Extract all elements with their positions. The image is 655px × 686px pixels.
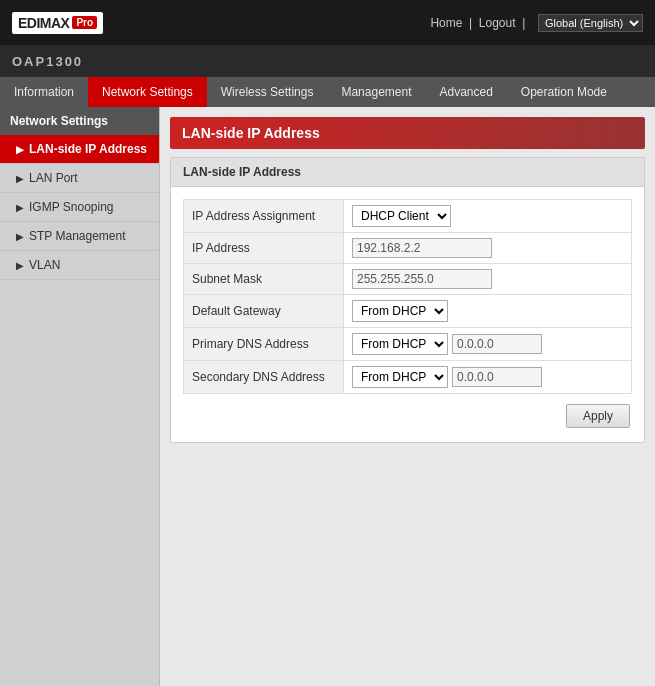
sidebar-item-label: IGMP Snooping <box>29 200 114 214</box>
field-label-primary-dns: Primary DNS Address <box>184 328 344 361</box>
nav-item-management[interactable]: Management <box>327 77 425 107</box>
arrow-icon: ▶ <box>16 260 24 271</box>
page-title: LAN-side IP Address <box>170 117 645 149</box>
field-label-secondary-dns: Secondary DNS Address <box>184 361 344 394</box>
field-value-secondary-dns: From DHCP Manual <box>344 361 632 394</box>
home-link[interactable]: Home <box>430 16 462 30</box>
logo-pro: Pro <box>72 16 97 29</box>
lan-side-ip-card: LAN-side IP Address IP Address Assignmen… <box>170 157 645 443</box>
device-model: OAP1300 <box>12 54 83 69</box>
ip-address-input[interactable] <box>352 238 492 258</box>
table-row: IP Address Assignment DHCP Client Static… <box>184 200 632 233</box>
primary-dns-pair: From DHCP Manual <box>352 333 623 355</box>
language-select[interactable]: Global (English) Chinese German French <box>538 14 643 32</box>
header: EDIMAX Pro Home | Logout | Global (Engli… <box>0 0 655 45</box>
arrow-icon: ▶ <box>16 202 24 213</box>
default-gateway-select[interactable]: From DHCP Manual <box>352 300 448 322</box>
table-row: Default Gateway From DHCP Manual <box>184 295 632 328</box>
sidebar-item-label: LAN-side IP Address <box>29 142 147 156</box>
logo-area: EDIMAX Pro <box>12 12 103 34</box>
table-row: IP Address <box>184 233 632 264</box>
subnet-mask-input[interactable] <box>352 269 492 289</box>
card-header: LAN-side IP Address <box>171 158 644 187</box>
sidebar-item-igmp-snooping[interactable]: ▶ IGMP Snooping <box>0 193 159 222</box>
sidebar-item-stp-management[interactable]: ▶ STP Management <box>0 222 159 251</box>
field-value-ip-address <box>344 233 632 264</box>
field-label-default-gateway: Default Gateway <box>184 295 344 328</box>
table-row: Subnet Mask <box>184 264 632 295</box>
nav-item-information[interactable]: Information <box>0 77 88 107</box>
sidebar-item-lan-port[interactable]: ▶ LAN Port <box>0 164 159 193</box>
form-table: IP Address Assignment DHCP Client Static… <box>183 199 632 394</box>
field-value-subnet-mask <box>344 264 632 295</box>
apply-button[interactable]: Apply <box>566 404 630 428</box>
table-row: Primary DNS Address From DHCP Manual <box>184 328 632 361</box>
device-bar: OAP1300 <box>0 45 655 77</box>
header-links: Home | Logout | Global (English) Chinese… <box>430 14 643 32</box>
sidebar-item-label: STP Management <box>29 229 126 243</box>
field-value-default-gateway: From DHCP Manual <box>344 295 632 328</box>
nav-item-operation-mode[interactable]: Operation Mode <box>507 77 621 107</box>
main-layout: Network Settings ▶ LAN-side IP Address ▶… <box>0 107 655 686</box>
secondary-dns-pair: From DHCP Manual <box>352 366 623 388</box>
sidebar-item-lan-side-ip[interactable]: ▶ LAN-side IP Address <box>0 135 159 164</box>
logo-edimax: EDIMAX <box>18 15 69 31</box>
logout-link[interactable]: Logout <box>479 16 516 30</box>
ip-assignment-select[interactable]: DHCP Client Static IP <box>352 205 451 227</box>
arrow-icon: ▶ <box>16 231 24 242</box>
field-label-ip-address: IP Address <box>184 233 344 264</box>
field-label-subnet-mask: Subnet Mask <box>184 264 344 295</box>
nav: Information Network Settings Wireless Se… <box>0 77 655 107</box>
field-value-primary-dns: From DHCP Manual <box>344 328 632 361</box>
card-body: IP Address Assignment DHCP Client Static… <box>171 187 644 442</box>
secondary-dns-select[interactable]: From DHCP Manual <box>352 366 448 388</box>
arrow-icon: ▶ <box>16 173 24 184</box>
nav-item-advanced[interactable]: Advanced <box>425 77 506 107</box>
primary-dns-input[interactable] <box>452 334 542 354</box>
sidebar-header: Network Settings <box>0 107 159 135</box>
sidebar-item-label: LAN Port <box>29 171 78 185</box>
sidebar: Network Settings ▶ LAN-side IP Address ▶… <box>0 107 160 686</box>
nav-item-network-settings[interactable]: Network Settings <box>88 77 207 107</box>
sidebar-item-vlan[interactable]: ▶ VLAN <box>0 251 159 280</box>
table-row: Secondary DNS Address From DHCP Manual <box>184 361 632 394</box>
arrow-icon: ▶ <box>16 144 24 155</box>
secondary-dns-input[interactable] <box>452 367 542 387</box>
nav-item-wireless-settings[interactable]: Wireless Settings <box>207 77 328 107</box>
field-value-ip-assignment: DHCP Client Static IP <box>344 200 632 233</box>
primary-dns-select[interactable]: From DHCP Manual <box>352 333 448 355</box>
sidebar-item-label: VLAN <box>29 258 60 272</box>
logo-box: EDIMAX Pro <box>12 12 103 34</box>
field-label-ip-assignment: IP Address Assignment <box>184 200 344 233</box>
apply-row: Apply <box>183 394 632 430</box>
content: LAN-side IP Address LAN-side IP Address … <box>160 107 655 686</box>
